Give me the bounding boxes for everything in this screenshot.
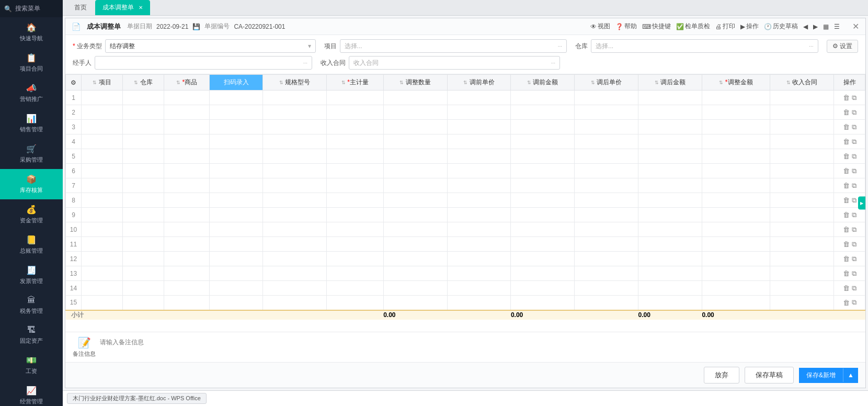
row-5-goods[interactable]: [164, 149, 210, 164]
row-12-project[interactable]: [82, 252, 123, 266]
toolbar-history[interactable]: 🕐 历史草稿: [764, 22, 798, 31]
row-8-adjust-amount[interactable]: [702, 193, 770, 208]
row-3-prev-amount[interactable]: [511, 120, 575, 134]
row-8-prev-unit-price[interactable]: [447, 193, 511, 208]
row-1-after-unit-price[interactable]: [575, 91, 638, 105]
row-5-after-unit-price[interactable]: [575, 149, 638, 164]
sidebar-item-invoice-mgmt[interactable]: 🧾 发票管理: [0, 260, 63, 290]
row-6-after-unit-price[interactable]: [575, 164, 638, 178]
row-6-adjust-amount[interactable]: [702, 164, 770, 178]
row-4-income-contract[interactable]: [770, 134, 834, 149]
toolbar-operate[interactable]: ▶ 操作: [740, 22, 759, 31]
row-8-delete-icon[interactable]: 🗑: [843, 196, 850, 204]
row-2-warehouse[interactable]: [123, 105, 164, 120]
row-7-prev-amount[interactable]: [511, 178, 575, 193]
row-13-adjust-amount[interactable]: [702, 266, 770, 281]
row-15-after-amount[interactable]: [638, 296, 702, 310]
row-1-goods[interactable]: [164, 91, 210, 105]
row-3-unit[interactable]: [326, 120, 383, 134]
sidebar-item-purchase-mgmt[interactable]: 🛒 采购管理: [0, 139, 63, 169]
row-4-after-unit-price[interactable]: [575, 134, 638, 149]
row-7-adjust-amount[interactable]: [702, 178, 770, 193]
row-14-prev-unit-price[interactable]: [447, 281, 511, 296]
row-14-scan[interactable]: [210, 281, 263, 296]
row-12-prev-unit-price[interactable]: [447, 252, 511, 266]
row-10-delete-icon[interactable]: 🗑: [843, 225, 850, 233]
row-12-prev-amount[interactable]: [511, 252, 575, 266]
row-10-prev-unit-price[interactable]: [447, 222, 511, 237]
discard-button[interactable]: 放弃: [704, 367, 739, 384]
row-11-prev-unit-price[interactable]: [447, 237, 511, 252]
row-3-spec[interactable]: [263, 120, 327, 134]
row-9-adjust-amount[interactable]: [702, 208, 770, 222]
row-11-adjust-qty[interactable]: [383, 237, 447, 252]
row-6-income-contract[interactable]: [770, 164, 834, 178]
row-9-after-amount[interactable]: [638, 208, 702, 222]
row-8-goods[interactable]: [164, 193, 210, 208]
row-1-project[interactable]: [82, 91, 123, 105]
row-15-unit[interactable]: [326, 296, 383, 310]
row-3-project[interactable]: [82, 120, 123, 134]
table-container[interactable]: ⚙ ⇅ 项目 ⇅ 仓库 ⇅ *商品 扫码录入 ⇅ 规格型号 ⇅ *主计量 ⇅ 调…: [65, 74, 865, 332]
row-14-delete-icon[interactable]: 🗑: [843, 284, 850, 292]
row-7-copy-icon[interactable]: ⧉: [852, 182, 856, 190]
row-13-after-unit-price[interactable]: [575, 266, 638, 281]
row-15-goods[interactable]: [164, 296, 210, 310]
row-9-adjust-qty[interactable]: [383, 208, 447, 222]
row-4-adjust-amount[interactable]: [702, 134, 770, 149]
row-15-scan[interactable]: [210, 296, 263, 310]
settings-button[interactable]: ⚙ 设置: [827, 40, 858, 53]
row-7-warehouse[interactable]: [123, 178, 164, 193]
row-12-unit[interactable]: [326, 252, 383, 266]
row-8-warehouse[interactable]: [123, 193, 164, 208]
row-1-adjust-amount[interactable]: [702, 91, 770, 105]
row-6-delete-icon[interactable]: 🗑: [843, 167, 850, 175]
row-2-delete-icon[interactable]: 🗑: [843, 108, 850, 116]
row-4-spec[interactable]: [263, 134, 327, 149]
row-7-income-contract[interactable]: [770, 178, 834, 193]
row-3-copy-icon[interactable]: ⧉: [852, 123, 856, 131]
row-4-prev-amount[interactable]: [511, 134, 575, 149]
warehouse-value[interactable]: 选择... ···: [591, 39, 818, 53]
row-9-delete-icon[interactable]: 🗑: [843, 211, 850, 219]
row-7-after-unit-price[interactable]: [575, 178, 638, 193]
row-12-delete-icon[interactable]: 🗑: [843, 255, 850, 263]
row-15-adjust-qty[interactable]: [383, 296, 447, 310]
row-4-prev-unit-price[interactable]: [447, 134, 511, 149]
row-1-scan[interactable]: [210, 91, 263, 105]
row-3-adjust-amount[interactable]: [702, 120, 770, 134]
row-3-prev-unit-price[interactable]: [447, 120, 511, 134]
row-8-copy-icon[interactable]: ⧉: [852, 196, 856, 205]
row-9-after-unit-price[interactable]: [575, 208, 638, 222]
row-5-spec[interactable]: [263, 149, 327, 164]
row-1-after-amount[interactable]: [638, 91, 702, 105]
row-9-warehouse[interactable]: [123, 208, 164, 222]
row-9-project[interactable]: [82, 208, 123, 222]
row-7-scan[interactable]: [210, 178, 263, 193]
row-15-prev-unit-price[interactable]: [447, 296, 511, 310]
row-5-project[interactable]: [82, 149, 123, 164]
row-10-after-amount[interactable]: [638, 222, 702, 237]
row-6-after-amount[interactable]: [638, 164, 702, 178]
row-11-after-unit-price[interactable]: [575, 237, 638, 252]
toolbar-help[interactable]: ❓ 帮助: [615, 22, 637, 31]
row-15-prev-amount[interactable]: [511, 296, 575, 310]
row-10-copy-icon[interactable]: ⧉: [852, 225, 856, 234]
row-10-income-contract[interactable]: [770, 222, 834, 237]
row-5-warehouse[interactable]: [123, 149, 164, 164]
toolbar-arrow-left[interactable]: ◀: [803, 23, 808, 30]
sidebar-item-tax-mgmt[interactable]: 🏛 税务管理: [0, 290, 63, 320]
taskbar-item[interactable]: 木门行业好业财处理方案-墨红红.doc - WPS Office: [67, 393, 207, 404]
sidebar-item-salary[interactable]: 💵 工资: [0, 350, 63, 380]
sidebar-item-capital-mgmt[interactable]: 💰 资金管理: [0, 199, 63, 230]
row-13-adjust-qty[interactable]: [383, 266, 447, 281]
sidebar-item-quick-nav[interactable]: 🏠 快速导航: [0, 17, 63, 48]
row-15-copy-icon[interactable]: ⧉: [852, 298, 856, 307]
row-1-spec[interactable]: [263, 91, 327, 105]
row-10-adjust-qty[interactable]: [383, 222, 447, 237]
row-6-adjust-qty[interactable]: [383, 164, 447, 178]
toolbar-grid-view[interactable]: ▦: [823, 23, 829, 30]
row-11-spec[interactable]: [263, 237, 327, 252]
row-4-unit[interactable]: [326, 134, 383, 149]
row-9-unit[interactable]: [326, 208, 383, 222]
